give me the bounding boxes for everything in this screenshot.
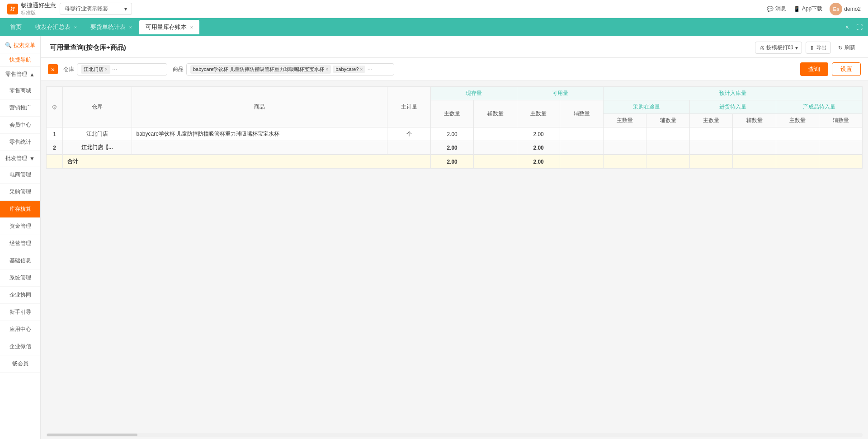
filter-actions: 查询 设置 [800, 62, 861, 76]
sidebar-item-purchase[interactable]: 采购管理 [0, 184, 40, 201]
top-bar-right: 💬 消息 📱 App下载 Ea demo2 [767, 3, 861, 15]
settings-button[interactable]: 设置 [832, 62, 861, 76]
purchase-arriving-header: 进货待入量 [689, 100, 776, 114]
industry-selector[interactable]: 母婴行业演示账套 ▾ [60, 3, 132, 15]
avatar: Ea [830, 3, 842, 15]
nav-close-icon[interactable]: × [844, 22, 851, 33]
tab-orders[interactable]: 要货单统计表 × [84, 20, 138, 34]
product-tag-2-text: babycare? [335, 66, 359, 72]
warehouse-tag-close[interactable]: × [105, 67, 108, 72]
sidebar-item-retail-stats[interactable]: 零售统计 [0, 134, 40, 151]
purchase-transit-aux-header: 辅数量 [646, 114, 690, 127]
sidebar-item-system-label: 系统管理 [9, 274, 31, 282]
sidebar-item-ecommerce[interactable]: 电商管理 [0, 166, 40, 184]
tab-orders-close[interactable]: × [129, 25, 132, 30]
nav-expand-icon[interactable]: ⛶ [854, 22, 864, 33]
gear-icon[interactable]: ⚙ [52, 104, 57, 111]
row-main-unit [387, 141, 431, 155]
layout: 🔍 搜索菜单 快捷导航 零售管理 ▲ 零售商城 营销推广 会员中心 零售统计 批… [0, 36, 868, 439]
tab-inventory-close[interactable]: × [190, 25, 193, 30]
tab-inventory-label: 可用量库存账本 [146, 23, 187, 31]
tab-orders-label: 要货单统计表 [90, 23, 126, 31]
warehouse-tag-container[interactable]: 江北门店 × ··· [77, 63, 167, 76]
page-header: 可用量查询(按仓库+商品) 🖨 按模板打印 ▾ ⬆ 导出 ↻ 刷新 [41, 36, 868, 58]
row-purchase-arriving-main [689, 127, 733, 141]
footer-purchase-arriving-aux [733, 155, 776, 169]
sidebar-item-operations[interactable]: 经营管理 [0, 235, 40, 252]
header-actions: 🖨 按模板打印 ▾ ⬆ 导出 ↻ 刷新 [755, 42, 859, 54]
production-arriving-main-header: 主数量 [776, 114, 819, 127]
sidebar-item-retail-mall[interactable]: 零售商城 [0, 82, 40, 99]
footer-purchase-transit-main [603, 155, 646, 169]
scrollbar-thumb[interactable] [47, 434, 137, 436]
printer-icon: 🖨 [759, 45, 764, 51]
horizontal-scrollbar[interactable] [46, 433, 863, 437]
avail-main-qty-header: 主数量 [517, 100, 560, 127]
message-action[interactable]: 💬 消息 [767, 5, 786, 13]
query-button[interactable]: 查询 [800, 62, 828, 76]
avail-aux-qty-header: 辅数量 [560, 100, 604, 127]
chevron-up-icon: ▲ [29, 71, 35, 78]
sidebar-quick-nav[interactable]: 快捷导航 [0, 53, 40, 67]
username-label: demo2 [844, 6, 861, 12]
footer-production-arriving-main [776, 155, 819, 169]
sidebar-search[interactable]: 🔍 搜索菜单 [0, 38, 40, 53]
purchase-arriving-main-header: 主数量 [689, 114, 733, 127]
sidebar-item-basics-label: 基础信息 [9, 257, 31, 264]
phone-icon: 📱 [793, 6, 800, 12]
sidebar-item-finance[interactable]: 资金管理 [0, 218, 40, 235]
warehouse-tag: 江北门店 × [81, 65, 110, 74]
app-download-action[interactable]: 📱 App下载 [793, 5, 822, 13]
forecast-column-header: 预计入库量 [603, 87, 862, 100]
export-button[interactable]: ⬆ 导出 [806, 42, 831, 54]
sidebar-item-wechat[interactable]: 企业微信 [0, 338, 40, 355]
footer-production-arriving-aux [819, 155, 863, 169]
sidebar-item-finance-label: 资金管理 [9, 222, 31, 230]
search-label: 搜索菜单 [14, 42, 35, 48]
sidebar-item-basics[interactable]: 基础信息 [0, 252, 40, 269]
sidebar-item-enterprise[interactable]: 企业协同 [0, 287, 40, 304]
tab-home[interactable]: 首页 [4, 20, 28, 34]
user-action[interactable]: Ea demo2 [830, 3, 861, 15]
refresh-button[interactable]: ↻ 刷新 [835, 42, 859, 53]
tab-receipts[interactable]: 收发存汇总表 × [29, 20, 83, 34]
tab-receipts-close[interactable]: × [74, 25, 77, 30]
chevron-down-icon: ▼ [29, 156, 35, 162]
sidebar-item-wholesale-mgmt[interactable]: 批发管理 ▼ [0, 151, 40, 166]
template-print-label: 按模板打印 [766, 44, 793, 52]
product-tag-container[interactable]: babycare学饮杯 儿童防摔防撞吸管杯重力球吸嘴杯宝宝水杯 × babyca… [186, 63, 394, 76]
brand-info: 畅捷通好生意 标准版 [21, 1, 56, 16]
template-print-button[interactable]: 🖨 按模板打印 ▾ [755, 42, 802, 54]
search-icon: 🔍 [5, 42, 12, 48]
footer-label: 合计 [63, 155, 431, 169]
page-title: 可用量查询(按仓库+商品) [50, 43, 126, 52]
row-stock-aux [474, 127, 517, 141]
sidebar-item-app-center-label: 应用中心 [9, 326, 31, 333]
product-tag-1-close[interactable]: × [326, 67, 328, 72]
row-avail-main: 2.00 [517, 141, 560, 155]
sidebar-item-retail-mgmt[interactable]: 零售管理 ▲ [0, 67, 40, 82]
nav-tabs: 首页 收发存汇总表 × 要货单统计表 × 可用量库存账本 × × ⛶ [0, 18, 868, 36]
tab-inventory[interactable]: 可用量库存账本 × [139, 20, 199, 34]
sidebar-item-system[interactable]: 系统管理 [0, 269, 40, 287]
purchase-transit-main-header: 主数量 [603, 114, 646, 127]
row-index: 2 [47, 141, 63, 155]
brand-icon: 好 [7, 4, 18, 14]
product-tag-2: babycare? × [333, 66, 365, 73]
sidebar-item-marketing[interactable]: 营销推广 [0, 99, 40, 117]
sidebar-item-purchase-label: 采购管理 [9, 188, 31, 196]
filter-expand-button[interactable]: » [48, 64, 58, 74]
sidebar-item-onboarding[interactable]: 新手引导 [0, 304, 40, 321]
filter-bar: » 仓库 江北门店 × ··· 商品 babycare学饮杯 儿童防摔防撞吸管杯… [41, 58, 868, 81]
sidebar-item-member-service[interactable]: 畅会员 [0, 355, 40, 373]
warehouse-more-icon[interactable]: ··· [112, 66, 118, 73]
product-more-icon[interactable]: ··· [367, 66, 373, 73]
message-label: 消息 [775, 5, 786, 13]
row-avail-main: 2.00 [517, 127, 560, 141]
sidebar-item-members[interactable]: 会员中心 [0, 117, 40, 134]
row-purchase-arriving-aux [733, 127, 776, 141]
product-tag-2-close[interactable]: × [360, 67, 363, 72]
row-main-unit: 个 [387, 127, 431, 141]
sidebar-item-app-center[interactable]: 应用中心 [0, 321, 40, 338]
sidebar-item-inventory[interactable]: 库存核算 [0, 201, 40, 218]
